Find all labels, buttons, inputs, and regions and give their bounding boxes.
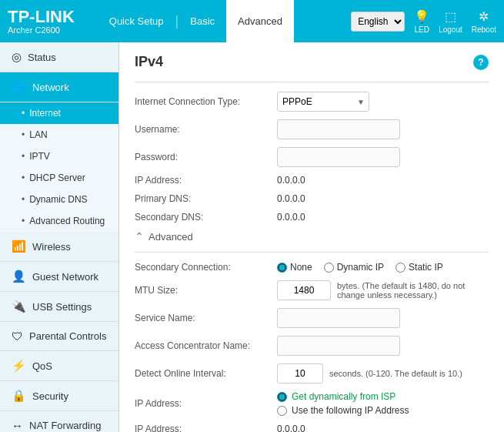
sidebar-item-ddns[interactable]: Dynamic DNS [0, 189, 118, 210]
password-input[interactable] [277, 147, 400, 167]
detect-interval-note: seconds. (0-120. The default is 10.) [329, 369, 462, 378]
service-name-label: Service Name: [135, 313, 277, 323]
sidebar-item-status[interactable]: ◎ Status [0, 42, 118, 72]
secondary-dns-row: Secondary DNS: 0.0.0.0 [135, 212, 489, 223]
sidebar-sub-network: Internet LAN IPTV DHCP Server Dynamic DN… [0, 102, 118, 232]
username-input[interactable] [277, 119, 400, 139]
sidebar-item-usb[interactable]: 🔌 USB Settings [0, 292, 118, 322]
qos-icon: ⚡ [12, 359, 26, 373]
ip-get-isp-label: Get dynamically from ISP [292, 391, 396, 402]
sidebar-item-guest[interactable]: 👤 Guest Network [0, 262, 118, 292]
guest-icon: 👤 [12, 270, 26, 283]
secondary-conn-options: None Dynamic IP Static IP [277, 262, 443, 273]
advanced-toggle[interactable]: ⌃ Advanced [135, 230, 489, 243]
ip-address-value: 0.0.0.0 [277, 175, 305, 186]
secondary-conn-label: Secondary Connection: [135, 262, 277, 273]
sidebar-item-dhcp[interactable]: DHCP Server [0, 167, 118, 189]
ip-address-section-label-row: IP Address: Get dynamically from ISP Use… [135, 391, 489, 416]
ip-address-section-label: IP Address: [135, 398, 277, 409]
reboot-icon: ✲ [479, 9, 489, 24]
reboot-button[interactable]: ✲ Reboot [472, 9, 496, 34]
password-row: Password: [135, 147, 489, 167]
mtu-row: MTU Size: bytes. (The default is 1480, d… [135, 280, 489, 300]
static-ip-value: 0.0.0.0 [277, 424, 305, 432]
service-name-input[interactable] [277, 308, 400, 328]
ip-get-from-isp-row: Get dynamically from ISP [277, 391, 409, 402]
ip-use-following-radio[interactable] [277, 406, 287, 416]
primary-dns-label: Primary DNS: [135, 193, 277, 204]
sidebar-item-network[interactable]: 🌐 Network [0, 72, 118, 102]
network-icon: 🌐 [12, 80, 26, 94]
content-area: IPv4 ? Internet Connection Type: PPPoE D… [119, 42, 504, 432]
radio-none[interactable]: None [277, 262, 312, 273]
sidebar: ◎ Status 🌐 Network Internet LAN IPTV DHC… [0, 42, 119, 432]
sidebar-item-qos[interactable]: ⚡ QoS [0, 351, 118, 381]
logo-area: TP-LINK Archer C2600 [8, 8, 75, 35]
sidebar-item-iptv[interactable]: IPTV [0, 146, 118, 167]
sidebar-item-lan[interactable]: LAN [0, 124, 118, 146]
radio-static-ip[interactable]: Static IP [396, 262, 443, 273]
parental-icon: 🛡 [12, 330, 23, 343]
password-label: Password: [135, 152, 277, 162]
static-ip-label: IP Address: [135, 424, 277, 432]
service-name-row: Service Name: [135, 308, 489, 328]
username-label: Username: [135, 124, 277, 135]
access-conc-input[interactable] [277, 336, 400, 356]
logo-model: Archer C2600 [8, 25, 75, 35]
help-icon[interactable]: ? [473, 55, 489, 70]
sidebar-item-internet[interactable]: Internet [0, 102, 118, 124]
logout-icon: ⬚ [445, 9, 456, 24]
primary-dns-row: Primary DNS: 0.0.0.0 [135, 193, 489, 204]
ip-address-label: IP Address: [135, 175, 277, 186]
access-conc-row: Access Concentrator Name: [135, 336, 489, 356]
sidebar-label-qos: QoS [32, 360, 52, 372]
logo-tp: TP-LINK [8, 8, 75, 25]
static-ip-row: IP Address: 0.0.0.0 [135, 424, 489, 432]
sidebar-item-parental[interactable]: 🛡 Parental Controls [0, 322, 118, 351]
led-button[interactable]: 💡 LED [414, 9, 429, 34]
connection-type-label: Internet Connection Type: [135, 96, 277, 107]
ip-address-row: IP Address: 0.0.0.0 [135, 175, 489, 186]
ip-use-following-label: Use the following IP Address [292, 405, 409, 416]
detect-interval-input[interactable] [277, 363, 323, 383]
sidebar-item-wireless[interactable]: 📶 Wireless [0, 232, 118, 262]
connection-type-select-wrap: PPPoE Dynamic IP Static IP L2TP PPTP ▼ [277, 92, 369, 112]
header: TP-LINK Archer C2600 Quick Setup | Basic… [0, 0, 504, 42]
nav-advanced[interactable]: Advanced [226, 0, 294, 42]
main-layout: ◎ Status 🌐 Network Internet LAN IPTV DHC… [0, 42, 504, 432]
secondary-conn-row: Secondary Connection: None Dynamic IP St… [135, 262, 489, 273]
divider-top [135, 82, 489, 82]
radio-dynamic-ip[interactable]: Dynamic IP [324, 262, 384, 273]
sidebar-label-status: Status [28, 52, 56, 63]
usb-icon: 🔌 [12, 300, 26, 313]
led-icon: 💡 [414, 9, 429, 24]
nav-basic[interactable]: Basic [179, 0, 226, 42]
sidebar-item-security[interactable]: 🔒 Security [0, 381, 118, 411]
sidebar-label-usb: USB Settings [32, 301, 92, 313]
ip-get-isp-radio[interactable] [277, 392, 287, 402]
sidebar-label-wireless: Wireless [32, 241, 71, 253]
page-title: IPv4 [135, 54, 163, 70]
secondary-dns-label: Secondary DNS: [135, 212, 277, 223]
username-row: Username: [135, 119, 489, 139]
language-select[interactable]: English [351, 12, 405, 32]
detect-interval-row: Detect Online Interval: seconds. (0-120.… [135, 363, 489, 383]
page-title-row: IPv4 ? [135, 54, 489, 70]
nav-quick-setup[interactable]: Quick Setup [98, 0, 175, 42]
header-right: English 💡 LED ⬚ Logout ✲ Reboot [351, 9, 496, 34]
sidebar-item-nat[interactable]: ↔ NAT Forwarding [0, 411, 118, 432]
sidebar-label-security: Security [32, 390, 68, 402]
chevron-up-icon: ⌃ [135, 230, 144, 243]
mtu-label: MTU Size: [135, 285, 277, 296]
advanced-toggle-label: Advanced [149, 231, 193, 243]
sidebar-item-routing[interactable]: Advanced Routing [0, 210, 118, 232]
detect-interval-label: Detect Online Interval: [135, 368, 277, 379]
sidebar-label-guest: Guest Network [32, 271, 98, 283]
connection-type-row: Internet Connection Type: PPPoE Dynamic … [135, 92, 489, 112]
sidebar-label-network: Network [32, 82, 69, 93]
connection-type-select[interactable]: PPPoE Dynamic IP Static IP L2TP PPTP [277, 92, 369, 112]
sidebar-label-nat: NAT Forwarding [29, 420, 101, 431]
mtu-input[interactable] [277, 280, 331, 300]
nat-icon: ↔ [12, 419, 23, 432]
logout-button[interactable]: ⬚ Logout [439, 9, 462, 34]
